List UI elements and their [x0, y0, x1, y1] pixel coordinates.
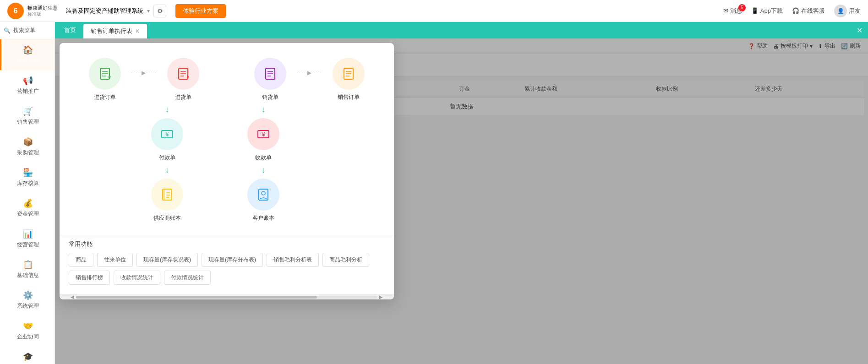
down-arrow-purchase-icon: ↓ — [165, 105, 169, 114]
svg-text:¥: ¥ — [165, 131, 169, 138]
system-title-text: 装备及固定资产辅助管理系统 — [66, 7, 143, 15]
sidebar-item-basic[interactable]: 📋 基础信息 — [0, 254, 55, 285]
arrow-sales-order-to-bill: ▶ — [297, 73, 322, 73]
svg-point-28 — [262, 191, 265, 195]
func-btn-stock-dist[interactable]: 现存量(库存分布表) — [202, 253, 263, 267]
down-arrow-payment-icon: ↓ — [165, 165, 169, 175]
flow-row-arrows: ↓ ↓ — [78, 105, 376, 114]
search-menu-button[interactable]: 🔍 搜索菜单 — [0, 22, 55, 39]
message-button[interactable]: ✉ 消息 5 — [723, 7, 742, 15]
payment-circle[interactable]: ¥ — [151, 118, 183, 150]
payment-label: 付款单 — [159, 154, 175, 162]
tab-close-icon[interactable]: ✕ — [135, 28, 140, 34]
system-title: 装备及固定资产辅助管理系统 ▾ ⚙ 体验行业方案 — [66, 4, 723, 18]
flow-node-sales-bill: 销货单 — [243, 58, 297, 101]
func-btn-sales-profit[interactable]: 销售毛利分析表 — [267, 253, 319, 267]
close-all-tabs-button[interactable]: ✕ — [853, 26, 866, 35]
func-btn-receipt-stats[interactable]: 收款情况统计 — [114, 271, 160, 285]
sidebar-item-system[interactable]: ⚙️ 系统管理 — [0, 285, 55, 315]
handshake-icon: 🤝 — [23, 321, 33, 331]
purchase-bill-label: 进货单 — [175, 93, 191, 101]
supplier-ledger-icon — [160, 187, 175, 202]
sidebar-item-inventory[interactable]: 🏪 库存核算 — [0, 162, 55, 193]
customer-ledger-circle[interactable] — [247, 179, 279, 211]
online-service-button[interactable]: 🎧 在线客服 — [792, 7, 825, 15]
trial-button[interactable]: 体验行业方案 — [175, 4, 226, 18]
logo-icon: 6 — [7, 3, 24, 19]
purchase-order-icon — [98, 66, 112, 81]
flow-row-2: ¥ 付款单 ¥ — [78, 118, 376, 162]
svg-rect-23 — [163, 189, 165, 200]
sidebar-item-newbie[interactable]: 🎓 新手引导 — [0, 346, 55, 364]
scroll-right-button[interactable]: ▶ — [377, 294, 385, 299]
cart-icon: 🛒 — [23, 106, 33, 116]
sidebar-item-quick-nav[interactable]: 🏠 快捷导航 — [0, 39, 55, 70]
flow-node-sales-order: 销售订单 — [322, 58, 376, 101]
customer-ledger-label: 客户账本 — [252, 214, 274, 222]
chart-icon: 📊 — [23, 229, 33, 239]
common-funcs-title: 常用功能 — [69, 240, 385, 248]
content-area: 首页 销售订单执行表 ✕ ✕ ❓ 帮助 🖨 按模板打印 ▾ — [55, 22, 868, 364]
tab-bar: 首页 销售订单执行表 ✕ ✕ — [55, 22, 868, 38]
flow-node-payment: ¥ 付款单 — [137, 118, 197, 162]
tab-home[interactable]: 首页 — [57, 22, 83, 38]
func-btn-sales-ranking[interactable]: 销售排行榜 — [69, 271, 110, 285]
flow-row-1: 进货订单 ▶ — [78, 58, 376, 101]
arrow-down-receipt: ↓ — [234, 165, 293, 175]
arrow-down-sales: ↓ — [234, 105, 293, 114]
flow-node-purchase-order: 进货订单 — [78, 58, 131, 101]
down-arrow-receipt-icon: ↓ — [262, 165, 266, 175]
supplier-ledger-circle[interactable] — [151, 179, 183, 211]
func-btn-product-profit[interactable]: 商品毛利分析 — [322, 253, 369, 267]
func-btn-partner[interactable]: 往来单位 — [97, 253, 133, 267]
sidebar-item-business[interactable]: 📊 经营管理 — [0, 223, 55, 254]
app-download-button[interactable]: 📱 App下载 — [751, 7, 783, 15]
gear-icon: ⚙️ — [23, 290, 33, 300]
func-btn-product[interactable]: 商品 — [69, 253, 93, 267]
sidebar-item-marketing[interactable]: 📢 营销推广 — [0, 70, 55, 101]
scrollbar-thumb — [76, 296, 317, 299]
flow-area: 进货订单 ▶ — [60, 43, 394, 235]
dropdown-arrow-icon[interactable]: ▾ — [147, 8, 150, 14]
func-btn-stock-status[interactable]: 现存量(库存状况表) — [136, 253, 198, 267]
flow-node-customer-ledger: 客户账本 — [234, 179, 293, 222]
sidebar: 🔍 搜索菜单 🏠 快捷导航 📢 营销推广 🛒 销售管理 📦 采购管理 🏪 库存核… — [0, 22, 55, 364]
modal-scrollbar: ◀ ▶ — [60, 294, 394, 299]
sales-order-circle[interactable] — [333, 58, 365, 90]
tab-sales-order-exec[interactable]: 销售订单执行表 ✕ — [83, 24, 147, 38]
modal-overlay: 进货订单 ▶ — [55, 38, 868, 364]
scroll-left-button[interactable]: ◀ — [69, 294, 76, 299]
func-btn-payment-stats[interactable]: 付款情况统计 — [164, 271, 211, 285]
clipboard-icon: 📋 — [23, 260, 33, 270]
down-arrow-sales-icon: ↓ — [262, 105, 266, 114]
flow-modal: 进货订单 ▶ — [60, 43, 394, 299]
svg-text:¥: ¥ — [262, 131, 265, 138]
search-icon: 🔍 — [4, 27, 11, 34]
purchase-bill-circle[interactable] — [167, 58, 199, 90]
user-menu[interactable]: 👤 用友 — [834, 5, 861, 17]
logo-area: 6 畅康通好生意 标准版 — [7, 3, 62, 19]
arrow-right-icon: ▶ — [142, 70, 146, 76]
purchase-order-label: 进货订单 — [94, 93, 116, 101]
sales-order-icon — [341, 66, 356, 81]
sidebar-item-purchase[interactable]: 📦 采购管理 — [0, 131, 55, 162]
purchase-order-circle[interactable] — [89, 58, 121, 90]
sales-order-label: 销售订单 — [338, 93, 360, 101]
sidebar-item-enterprise[interactable]: 🤝 企业协同 — [0, 315, 55, 346]
settings-button[interactable]: ⚙ — [153, 5, 166, 17]
sidebar-item-finance[interactable]: 💰 资金管理 — [0, 193, 55, 223]
money-icon: 💰 — [23, 198, 33, 208]
sales-bill-icon — [263, 66, 278, 81]
flow-node-purchase-bill: 进货单 — [157, 58, 210, 101]
flow-row-3: 供应商账本 — [78, 179, 376, 222]
phone-icon: 📱 — [751, 7, 759, 14]
top-header: 6 畅康通好生意 标准版 装备及固定资产辅助管理系统 ▾ ⚙ 体验行业方案 ✉ … — [0, 0, 868, 22]
sales-bill-circle[interactable] — [254, 58, 286, 90]
page-content: ❓ 帮助 🖨 按模板打印 ▾ ⬆ 导出 🔄 刷新 — [55, 38, 868, 364]
func-btns-row1: 商品 往来单位 现存量(库存状况表) 现存量(库存分布表) 销售毛利分析表 商品… — [69, 253, 385, 267]
sidebar-item-sales[interactable]: 🛒 销售管理 — [0, 101, 55, 131]
scrollbar-track[interactable] — [76, 296, 377, 299]
receipt-circle[interactable]: ¥ — [247, 118, 279, 150]
arrow-left-icon: ▶ — [308, 70, 312, 76]
store-icon: 🏪 — [23, 168, 33, 178]
